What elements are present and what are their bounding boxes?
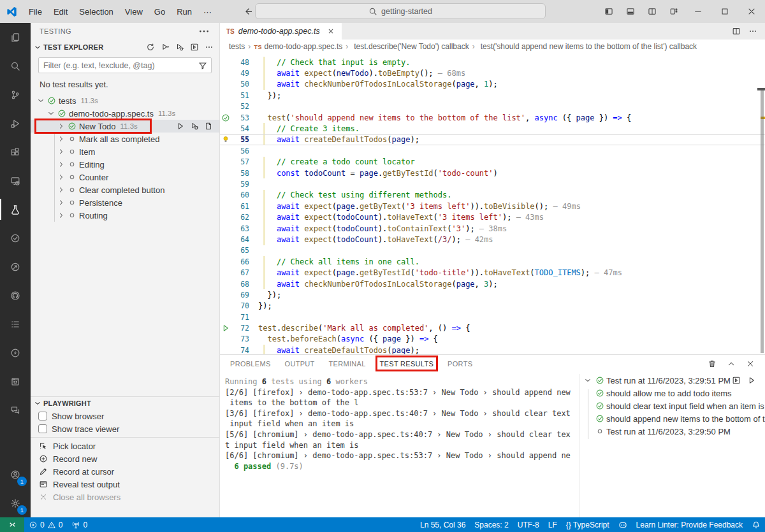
menu-go[interactable]: Go bbox=[149, 7, 171, 17]
editor-scrollbar[interactable] bbox=[761, 89, 764, 353]
tree-item-item[interactable]: Item bbox=[31, 145, 219, 158]
activity-explorer[interactable] bbox=[0, 23, 31, 52]
panel-tab-test-results[interactable]: TEST RESULTS bbox=[380, 360, 434, 368]
filter-funnel-icon[interactable] bbox=[198, 61, 207, 70]
code-line-70[interactable]: 70}); bbox=[220, 301, 765, 312]
chevron-right-icon[interactable] bbox=[56, 134, 66, 143]
code-line-65[interactable]: 65 bbox=[220, 245, 765, 256]
gutter-pass-icon[interactable] bbox=[220, 113, 231, 122]
tree-item-demo-todo-app-spec-ts[interactable]: demo-todo-app.spec.ts11.3s bbox=[31, 107, 219, 120]
activity-settings-gear[interactable]: 1 bbox=[0, 489, 31, 517]
run-button[interactable] bbox=[176, 122, 185, 131]
test-filter-input[interactable]: Filter (e.g. text, !exclude, @tag) bbox=[38, 57, 212, 73]
activity-browser-bot[interactable] bbox=[0, 367, 31, 396]
code-line-49[interactable]: 49 await expect(newTodo).toBeEmpty(); – … bbox=[220, 68, 765, 78]
code-line-68[interactable]: 68 await checkNumberOfTodosInLocalStorag… bbox=[220, 278, 765, 289]
code-line-61[interactable]: 61 await expect(page.getByText('3 items … bbox=[220, 201, 765, 212]
ports-status[interactable]: 0 bbox=[67, 517, 92, 532]
chevron-down-icon[interactable] bbox=[46, 109, 56, 118]
action-record-new[interactable]: Record new bbox=[31, 452, 219, 465]
test-explorer-header[interactable]: TEST EXPLORER bbox=[31, 40, 219, 55]
playwright-header[interactable]: PLAYWRIGHT bbox=[31, 397, 219, 410]
panel-tab-problems[interactable]: PROBLEMS bbox=[230, 360, 271, 368]
status-ln-55-col-36[interactable]: Ln 55, Col 36 bbox=[416, 517, 470, 532]
action-reveal-test-output[interactable]: Reveal test output bbox=[31, 478, 219, 491]
run-all-button[interactable] bbox=[159, 41, 171, 54]
action-pick-locator[interactable]: Pick locator bbox=[31, 440, 219, 452]
chevron-right-icon[interactable] bbox=[56, 211, 66, 220]
tab-close-icon[interactable] bbox=[326, 27, 335, 36]
tree-item-editing[interactable]: Editing bbox=[31, 158, 219, 171]
code-line-64[interactable]: 64 await expect(todoCount).toHaveText(/3… bbox=[220, 234, 765, 245]
status-lf[interactable]: LF bbox=[544, 517, 562, 532]
status-bell[interactable] bbox=[747, 517, 765, 532]
code-line-50[interactable]: 50 await checkNumberOfTodosInLocalStorag… bbox=[220, 79, 765, 90]
code-line-67[interactable]: 67 await expect(page.getByTestId('todo-t… bbox=[220, 267, 765, 278]
code-line-63[interactable]: 63 await expect(todoCount).toContainText… bbox=[220, 223, 765, 234]
activity-thunder[interactable] bbox=[0, 338, 31, 367]
result-should-clear-text-input-field-when-an-it[interactable]: should clear text input field when an it… bbox=[579, 399, 765, 412]
menu-run[interactable]: Run bbox=[171, 7, 198, 17]
menu-edit[interactable]: Edit bbox=[48, 7, 73, 17]
result-test-run-at-11-6-2023-3-29-50-pm[interactable]: Test run at 11/6/2023, 3:29:50 PM bbox=[579, 425, 765, 438]
code-line-72[interactable]: 72test.describe('Mark all as completed',… bbox=[220, 322, 765, 333]
chevron-right-icon[interactable] bbox=[56, 198, 66, 207]
panel-tab-terminal[interactable]: TERMINAL bbox=[329, 360, 366, 368]
sidebar-more-icon[interactable] bbox=[198, 25, 210, 38]
tree-item-persistence[interactable]: Persistence bbox=[31, 196, 219, 209]
activity-circle-share[interactable] bbox=[0, 252, 31, 281]
code-line-59[interactable]: 59 bbox=[220, 178, 765, 189]
code-line-62[interactable]: 62 await expect(todoCount).toHaveText('3… bbox=[220, 212, 765, 222]
menu-file[interactable]: File bbox=[23, 7, 48, 17]
split-right-toggle[interactable] bbox=[641, 0, 663, 23]
window-close-button[interactable] bbox=[738, 0, 765, 23]
tree-item-mark-all-as-completed[interactable]: Mark all as completed bbox=[31, 133, 219, 145]
activity-testing[interactable] bbox=[0, 195, 31, 224]
activity-account[interactable]: 1 bbox=[0, 460, 31, 489]
panel-tab-output[interactable]: OUTPUT bbox=[285, 360, 315, 368]
boxed-play-button[interactable] bbox=[188, 41, 201, 54]
code-line-73[interactable]: 73 test.beforeEach(async ({ page }) => { bbox=[220, 334, 765, 345]
activity-github[interactable] bbox=[0, 281, 31, 310]
activity-task-check[interactable] bbox=[0, 224, 31, 252]
code-line-55[interactable]: 55 await createDefaultTodos(page); bbox=[220, 134, 765, 145]
status-spaces-2[interactable]: Spaces: 2 bbox=[470, 517, 513, 532]
close-x-button[interactable] bbox=[746, 359, 755, 368]
trash-button[interactable] bbox=[708, 359, 717, 368]
run-button[interactable] bbox=[747, 376, 756, 385]
debug-run-button[interactable] bbox=[190, 122, 199, 131]
code-line-66[interactable]: 66 // Check all items in one call. bbox=[220, 256, 765, 267]
code-line-60[interactable]: 60 // Check test using different methods… bbox=[220, 190, 765, 201]
tree-item-counter[interactable]: Counter bbox=[31, 171, 219, 183]
code-line-48[interactable]: 48 // Check that input is empty. bbox=[220, 57, 765, 68]
code-line-52[interactable]: 52 bbox=[220, 101, 765, 112]
gutter-run-icon[interactable] bbox=[220, 324, 231, 333]
menu-[interactable]: ··· bbox=[198, 7, 217, 17]
editor-more-icon[interactable] bbox=[748, 27, 757, 36]
status-utf-8[interactable]: UTF-8 bbox=[513, 517, 544, 532]
status--typescript[interactable]: {} TypeScript bbox=[562, 517, 614, 532]
checkbox-show-trace-viewer[interactable]: Show trace viewer bbox=[31, 422, 219, 435]
remote-indicator[interactable] bbox=[0, 517, 24, 532]
checkbox-show-browser[interactable]: Show browser bbox=[31, 410, 219, 422]
activity-run-debug[interactable] bbox=[0, 109, 31, 138]
activity-source-control[interactable] bbox=[0, 80, 31, 109]
code-line-53[interactable]: 53 test('should append new items to the … bbox=[220, 112, 765, 123]
tree-item-routing[interactable]: Routing bbox=[31, 209, 219, 222]
menu-selection[interactable]: Selection bbox=[73, 7, 119, 17]
code-line-71[interactable]: 71 bbox=[220, 312, 765, 322]
result-should-allow-me-to-add-todo-items[interactable]: should allow me to add todo items bbox=[579, 387, 765, 399]
back-arrow-icon[interactable] bbox=[243, 6, 253, 17]
chevron-right-icon[interactable] bbox=[56, 185, 66, 194]
breadcrumb-item[interactable]: test.describe('New Todo') callback bbox=[351, 42, 469, 51]
test-results-output[interactable]: Running 6 tests using 6 workers[2/6] [fi… bbox=[225, 377, 577, 517]
result-should-append-new-items-to-the-bottom-of[interactable]: should append new items to the bottom of… bbox=[579, 412, 765, 425]
activity-extensions[interactable] bbox=[0, 138, 31, 166]
boxed-play-button[interactable] bbox=[732, 376, 741, 385]
chevron-down-icon[interactable] bbox=[36, 96, 46, 105]
goto-file-button[interactable] bbox=[204, 122, 213, 131]
chevron-right-icon[interactable] bbox=[56, 122, 66, 131]
command-center-search[interactable]: getting-started bbox=[255, 3, 546, 19]
checkbox-icon[interactable] bbox=[38, 412, 47, 421]
split-editor-icon[interactable] bbox=[732, 27, 741, 36]
